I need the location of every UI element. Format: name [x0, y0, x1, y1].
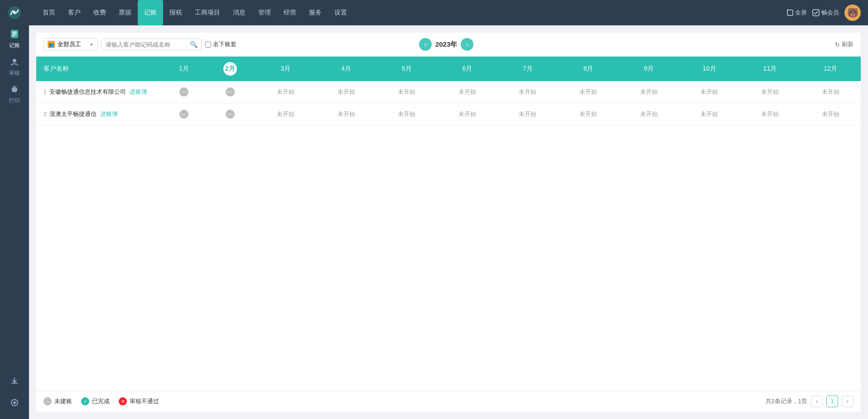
col-month-1: 1月 — [163, 57, 205, 81]
subordinate-checkbox[interactable] — [205, 42, 211, 48]
legend-completed-label: 已完成 — [92, 397, 110, 405]
legend-completed: ✓ 已完成 — [81, 397, 110, 405]
main-card: 👥 全部员工 ▼ 🔍 名下账套 ‹ 2023年 › — [36, 33, 861, 412]
month-6-cell: 未开始 — [437, 81, 497, 103]
nav-billing[interactable]: 收费 — [87, 0, 112, 25]
nav-tax[interactable]: 报税 — [163, 0, 188, 25]
month-5-cell: 未开始 — [376, 103, 437, 125]
prev-year-btn[interactable]: ‹ — [419, 38, 432, 51]
member-btn[interactable]: 畅会员 — [812, 9, 839, 17]
svg-point-12 — [13, 401, 16, 404]
svg-point-6 — [13, 59, 16, 63]
sidebar-item-print-label: 打印 — [9, 97, 20, 105]
svg-rect-3 — [12, 32, 17, 33]
month-2-cell: — — [205, 103, 256, 125]
status-gray-icon: — — [179, 87, 188, 96]
refresh-btn[interactable]: ↻ 刷新 — [835, 40, 854, 48]
col-customer-name: 客户名称 — [36, 57, 163, 81]
prev-page-btn[interactable]: ‹ — [811, 395, 823, 407]
sidebar: 记账 审核 打印 — [0, 0, 29, 419]
next-page-btn[interactable]: › — [842, 395, 854, 407]
status-not-started: 未开始 — [519, 111, 536, 117]
svg-rect-4 — [12, 34, 17, 34]
month-9-cell: 未开始 — [618, 81, 679, 103]
customer-name: 漠澳太平畅捷通信 — [49, 111, 96, 117]
subordinate-checkbox-wrap[interactable]: 名下账套 — [205, 40, 236, 48]
status-not-started: 未开始 — [822, 88, 839, 95]
audit-icon — [10, 57, 19, 68]
status-not-started: 未开始 — [761, 88, 779, 95]
row-index: 2 — [43, 111, 47, 117]
col-month-2: 2月 — [205, 57, 256, 81]
employee-icon: 👥 — [48, 41, 55, 48]
nav-invoice[interactable]: 票据 — [112, 0, 138, 25]
status-not-started: 未开始 — [519, 88, 536, 95]
member-label: 畅会员 — [821, 9, 839, 17]
table-footer: — 未建账 ✓ 已完成 ✕ 审核不通过 共2条记录，1页 ‹ 1 › — [36, 390, 861, 412]
sidebar-item-bookkeeping[interactable]: 记账 — [0, 25, 29, 53]
status-gray-icon: — — [179, 110, 188, 119]
col-month-12: 12月 — [800, 57, 861, 81]
nav-customer[interactable]: 客户 — [62, 0, 87, 25]
status-not-started: 未开始 — [822, 111, 839, 117]
nav-operation[interactable]: 经营 — [277, 0, 303, 25]
month-11-cell: 未开始 — [740, 103, 800, 125]
chevron-down-icon: ▼ — [89, 42, 94, 47]
legend-green-icon: ✓ — [81, 397, 89, 405]
nav-settings[interactable]: 设置 — [328, 0, 353, 25]
current-page: 1 — [826, 395, 838, 407]
month-6-cell: 未开始 — [437, 103, 497, 125]
search-input[interactable] — [106, 41, 187, 48]
col-month-7: 7月 — [497, 57, 558, 81]
employee-select-label: 全部员工 — [58, 40, 81, 48]
svg-rect-13 — [787, 10, 793, 15]
sidebar-support-btn[interactable] — [5, 394, 24, 412]
status-not-started: 未开始 — [338, 111, 355, 117]
next-year-btn[interactable]: › — [461, 38, 473, 51]
nav-home[interactable]: 首页 — [36, 0, 62, 25]
user-avatar[interactable]: 🐻 — [844, 5, 861, 21]
sidebar-item-audit[interactable]: 审核 — [0, 53, 29, 81]
svg-rect-8 — [13, 86, 16, 88]
toolbar: 👥 全部员工 ▼ 🔍 名下账套 ‹ 2023年 › — [36, 33, 861, 57]
month-4-cell: 未开始 — [316, 81, 376, 103]
bookkeeping-icon — [10, 29, 19, 40]
sidebar-item-print[interactable]: 打印 — [0, 81, 29, 108]
col-month-8: 8月 — [558, 57, 619, 81]
employee-select[interactable]: 👥 全部员工 ▼ — [43, 38, 98, 51]
nav-business[interactable]: 工商项目 — [188, 0, 227, 25]
nav-message[interactable]: 消息 — [227, 0, 252, 25]
search-icon[interactable]: 🔍 — [190, 41, 198, 48]
app-logo — [0, 0, 29, 25]
sidebar-download-btn[interactable] — [5, 372, 24, 390]
status-not-started: 未开始 — [458, 111, 476, 117]
main-content: 👥 全部员工 ▼ 🔍 名下账套 ‹ 2023年 › — [29, 25, 868, 419]
fullscreen-btn[interactable]: 全屏 — [787, 9, 807, 17]
nav-bookkeeping[interactable]: 记账 — [138, 0, 163, 25]
month-2-cell: — — [205, 81, 256, 103]
pagination-total: 共2条记录，1页 — [766, 397, 807, 405]
nav-manage[interactable]: 管理 — [252, 0, 277, 25]
year-label: 2023年 — [435, 40, 457, 49]
enter-ledger-link[interactable]: 进账簿 — [100, 111, 118, 117]
enter-ledger-link[interactable]: 进账簿 — [130, 88, 147, 95]
nav-service[interactable]: 服务 — [303, 0, 328, 25]
avatar-emoji: 🐻 — [847, 7, 858, 18]
status-not-started: 未开始 — [277, 88, 294, 95]
main-area: 首页 客户 收费 票据 记账 报税 工商项目 消息 管理 经营 服务 设置 全屏 — [29, 0, 868, 419]
status-not-started: 未开始 — [700, 111, 718, 117]
month-5-cell: 未开始 — [376, 81, 437, 103]
table-header-row: 客户名称 1月 2月 3月 4月 5月 6月 — [36, 57, 861, 81]
customer-name-cell: 2漠澳太平畅捷通信进账簿 — [36, 103, 163, 125]
col-month-4: 4月 — [316, 57, 376, 81]
col-month-11: 11月 — [740, 57, 800, 81]
month-1-cell: — — [163, 103, 205, 125]
status-not-started: 未开始 — [640, 111, 658, 117]
svg-rect-10 — [11, 383, 18, 384]
month-1-cell: — — [163, 81, 205, 103]
month-8-cell: 未开始 — [558, 103, 619, 125]
status-not-started: 未开始 — [458, 88, 476, 95]
table-wrap: 客户名称 1月 2月 3月 4月 5月 6月 — [36, 57, 861, 390]
pagination: 共2条记录，1页 ‹ 1 › — [766, 395, 854, 407]
svg-rect-5 — [12, 35, 15, 36]
